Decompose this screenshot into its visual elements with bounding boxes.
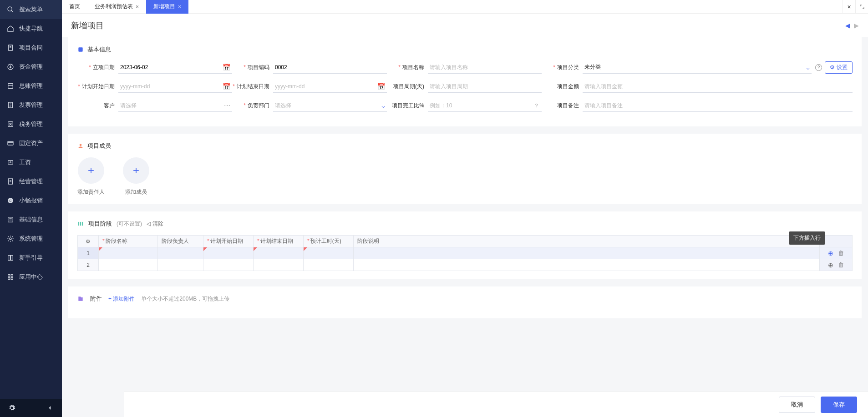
sidebar-item-label: 发票管理 — [19, 101, 43, 109]
customer-select[interactable] — [118, 99, 232, 112]
project-code-input[interactable] — [273, 61, 387, 74]
completion-input[interactable] — [428, 99, 542, 112]
project-period-input[interactable] — [428, 80, 542, 93]
add-owner: + 添加责任人 — [77, 157, 105, 196]
clear-phases-button[interactable]: ◁ 清除 — [147, 220, 163, 228]
sidebar-item-info[interactable]: 基础信息 — [0, 210, 62, 229]
fullscreen-button[interactable] — [855, 0, 868, 14]
asset-icon — [6, 139, 15, 147]
sidebar-item-label: 系统管理 — [19, 235, 43, 243]
sidebar-item-salary[interactable]: 工资 — [0, 153, 62, 172]
project-category-select[interactable] — [583, 61, 812, 74]
phase-table: ⚙ 阶段名称 阶段负责人 计划开始日期 计划结束日期 预计工时(天) 阶段说明 — [77, 235, 853, 271]
sidebar-item-invoice[interactable]: 发票管理 — [0, 95, 62, 115]
sidebar-bottom — [0, 399, 62, 417]
ledger-icon — [6, 82, 15, 90]
sidebar: 搜索菜单 快捷导航 项目合同 资金管理 总账管理 发票管理 — [0, 0, 62, 417]
sidebar-item-apps[interactable]: 应用中心 — [0, 267, 62, 286]
tab-profit-estimate[interactable]: 业务利润预估表 × — [87, 0, 146, 14]
fund-icon — [6, 63, 15, 71]
section-title: 项目阶段 — [88, 220, 112, 228]
sidebar-item-system[interactable]: 系统管理 — [0, 229, 62, 248]
table-row[interactable]: 1 ⊕ 🗑 — [78, 247, 853, 259]
sidebar-item-label: 搜索菜单 — [19, 5, 43, 14]
remark-input[interactable] — [583, 99, 853, 112]
cell-desc[interactable] — [354, 259, 820, 271]
settings-button[interactable]: ⚙ 设置 — [825, 61, 853, 74]
cell-phase-owner[interactable] — [158, 259, 203, 271]
help-icon[interactable]: ? — [815, 64, 822, 71]
tax-icon — [6, 120, 15, 128]
th-est-hours: 预计工时(天) — [304, 236, 354, 247]
cell-plan-start[interactable] — [203, 259, 254, 271]
insert-row-icon[interactable]: ⊕ — [828, 250, 833, 257]
label-dept: 负责部门 — [232, 102, 273, 110]
gear-icon[interactable] — [8, 404, 15, 412]
plan-end-input[interactable] — [273, 80, 387, 93]
cell-phase-name[interactable] — [99, 259, 158, 271]
th-plan-end: 计划结束日期 — [254, 236, 304, 247]
sidebar-item-label: 税务管理 — [19, 120, 43, 128]
th-gear[interactable]: ⚙ — [78, 236, 99, 247]
svg-rect-29 — [78, 222, 79, 226]
search-icon — [6, 5, 15, 14]
sidebar-item-search[interactable]: 搜索菜单 — [0, 0, 62, 19]
cell-phase-owner[interactable] — [158, 247, 203, 259]
close-icon[interactable]: × — [136, 4, 139, 10]
sidebar-item-tax[interactable]: 税务管理 — [0, 115, 62, 134]
insert-row-icon[interactable]: ⊕ — [828, 261, 833, 269]
sidebar-item-expense[interactable]: C 小畅报销 — [0, 191, 62, 210]
establish-date-input[interactable] — [118, 61, 232, 74]
plan-start-input[interactable] — [118, 80, 232, 93]
svg-rect-25 — [8, 277, 10, 279]
tab-home[interactable]: 首页 — [62, 0, 87, 14]
tab-label: 首页 — [69, 3, 80, 10]
delete-row-icon[interactable]: 🗑 — [838, 250, 844, 257]
insert-row-tooltip: 下方插入行 — [789, 231, 825, 245]
sidebar-item-label: 工资 — [19, 158, 31, 166]
save-button[interactable]: 保存 — [821, 397, 857, 413]
add-attachment-button[interactable]: + 添加附件 — [108, 295, 135, 303]
close-icon[interactable]: × — [178, 4, 181, 10]
dept-select[interactable] — [273, 99, 387, 112]
sidebar-item-guide[interactable]: 新手引导 — [0, 248, 62, 267]
sidebar-item-contract[interactable]: 项目合同 — [0, 38, 62, 57]
svg-point-0 — [8, 7, 12, 11]
row-actions: ⊕ 🗑 — [820, 247, 853, 259]
cell-est-hours[interactable] — [304, 247, 354, 259]
gear-icon: ⚙ — [830, 64, 835, 70]
delete-row-icon[interactable]: 🗑 — [838, 261, 844, 269]
attachment-hint: 单个大小不超过200MB，可拖拽上传 — [141, 295, 229, 303]
collapse-icon[interactable] — [46, 404, 54, 412]
cell-plan-end[interactable] — [254, 247, 304, 259]
th-phase-owner: 阶段负责人 — [158, 236, 203, 247]
label-establish-date: 立项日期 — [77, 64, 118, 71]
cell-plan-start[interactable] — [203, 247, 254, 259]
cell-plan-end[interactable] — [254, 259, 304, 271]
project-name-input[interactable] — [428, 61, 542, 74]
sidebar-item-quicknav[interactable]: 快捷导航 — [0, 19, 62, 38]
sidebar-item-ledger[interactable]: 总账管理 — [0, 76, 62, 95]
gear-icon: ⚙ — [86, 238, 91, 245]
table-row[interactable]: 2 ⊕ 🗑 — [78, 259, 853, 271]
prev-arrow-icon[interactable]: ◀ — [845, 22, 850, 29]
project-amount-input[interactable] — [583, 80, 853, 93]
clear-label: 清除 — [152, 220, 163, 228]
sidebar-item-fund[interactable]: 资金管理 — [0, 57, 62, 76]
cell-phase-name[interactable] — [99, 247, 158, 259]
label-project-period: 项目周期(天) — [387, 83, 428, 90]
add-owner-button[interactable]: + — [78, 157, 104, 184]
next-arrow-icon[interactable]: ▶ — [854, 22, 859, 29]
sidebar-item-manage[interactable]: 经营管理 — [0, 172, 62, 191]
add-member-button[interactable]: + — [123, 157, 149, 184]
cancel-button[interactable]: 取消 — [779, 397, 815, 413]
svg-rect-31 — [82, 222, 83, 226]
sidebar-item-asset[interactable]: 固定资产 — [0, 134, 62, 153]
cell-est-hours[interactable] — [304, 259, 354, 271]
tab-new-project[interactable]: 新增项目 × — [146, 0, 188, 14]
section-basic-info: 基本信息 立项日期 📅 项目编码 — [68, 37, 862, 126]
add-owner-label: 添加责任人 — [77, 188, 105, 196]
cell-desc[interactable] — [354, 247, 820, 259]
phases-note: (可不设置) — [117, 220, 142, 228]
window-close-button[interactable]: × — [843, 0, 855, 14]
